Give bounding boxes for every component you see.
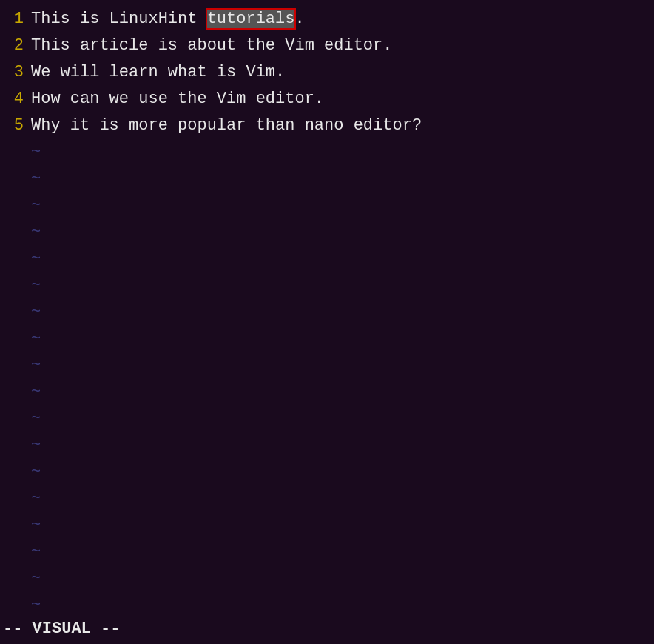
highlighted-word: tutorials — [207, 10, 295, 28]
tilde-line-18: ~ — [0, 592, 654, 619]
tilde-line-6: ~ — [0, 272, 654, 299]
tilde-char: ~ — [31, 432, 41, 459]
line-content-2: This article is about the Vim editor. — [31, 33, 392, 59]
tilde-line-16: ~ — [0, 539, 654, 566]
line-number-3: 3 — [0, 59, 31, 86]
tilde-char: ~ — [31, 512, 41, 539]
tilde-char: ~ — [31, 272, 41, 299]
line-content-1: This is LinuxHint tutorials. — [31, 6, 305, 33]
line-number-4: 4 — [0, 86, 31, 113]
line-1: 1 This is LinuxHint tutorials. — [0, 6, 654, 33]
tilde-line-15: ~ — [0, 512, 654, 539]
tilde-line-11: ~ — [0, 406, 654, 432]
tilde-line-8: ~ — [0, 326, 654, 352]
tilde-line-2: ~ — [0, 166, 654, 192]
status-bar: -- VISUAL -- — [0, 619, 654, 638]
tilde-char: ~ — [31, 299, 41, 326]
tilde-char: ~ — [31, 166, 41, 192]
tilde-line-5: ~ — [0, 246, 654, 272]
line-content-3: We will learn what is Vim. — [31, 59, 285, 86]
tilde-char: ~ — [31, 592, 41, 619]
tilde-char: ~ — [31, 566, 41, 592]
line-3: 3 We will learn what is Vim. — [0, 59, 654, 86]
tilde-char: ~ — [31, 246, 41, 272]
line-content-5: Why it is more popular than nano editor? — [31, 113, 422, 139]
tilde-line-9: ~ — [0, 352, 654, 379]
line-number-5: 5 — [0, 113, 31, 139]
tilde-char: ~ — [31, 219, 41, 246]
status-mode: -- VISUAL -- — [3, 620, 120, 638]
line-number-2: 2 — [0, 33, 31, 59]
line-content-4: How can we use the Vim editor. — [31, 86, 324, 113]
line-4: 4 How can we use the Vim editor. — [0, 86, 654, 113]
tilde-char: ~ — [31, 379, 41, 406]
tilde-line-1: ~ — [0, 139, 654, 166]
tilde-char: ~ — [31, 459, 41, 486]
tilde-line-17: ~ — [0, 566, 654, 592]
tilde-char: ~ — [31, 326, 41, 352]
tilde-char: ~ — [31, 406, 41, 432]
vim-editor: 1 This is LinuxHint tutorials. 2 This ar… — [0, 0, 654, 644]
tilde-char: ~ — [31, 352, 41, 379]
tilde-line-7: ~ — [0, 299, 654, 326]
tilde-line-3: ~ — [0, 192, 654, 219]
line-5: 5 Why it is more popular than nano edito… — [0, 113, 654, 139]
tilde-char: ~ — [31, 486, 41, 512]
tilde-line-13: ~ — [0, 459, 654, 486]
tilde-line-4: ~ — [0, 219, 654, 246]
line-2: 2 This article is about the Vim editor. — [0, 33, 654, 59]
tilde-line-12: ~ — [0, 432, 654, 459]
tilde-char: ~ — [31, 539, 41, 566]
editor-content: 1 This is LinuxHint tutorials. 2 This ar… — [0, 6, 654, 619]
tilde-line-10: ~ — [0, 379, 654, 406]
tilde-char: ~ — [31, 139, 41, 166]
tilde-line-14: ~ — [0, 486, 654, 512]
line-number-1: 1 — [0, 6, 31, 33]
tilde-char: ~ — [31, 192, 41, 219]
